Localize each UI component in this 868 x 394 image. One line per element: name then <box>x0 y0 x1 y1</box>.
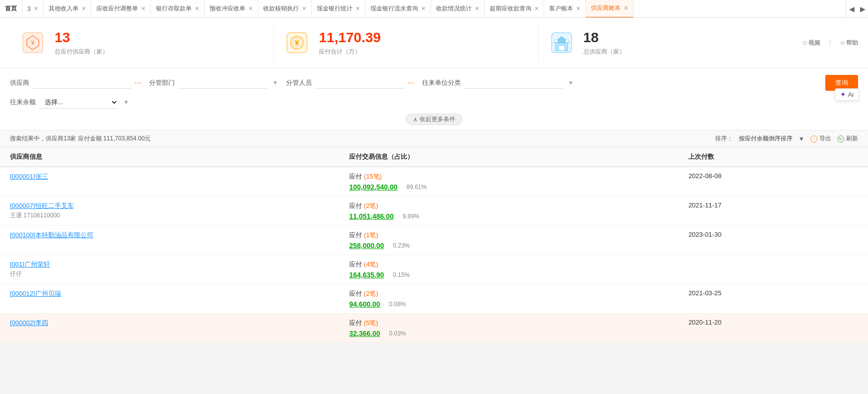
supplier-link-4[interactable]: [001]广州荣轩 <box>10 261 50 268</box>
supplier-link-5[interactable]: [000012]广州贝瑞 <box>10 290 61 297</box>
supplier-cell-1: [000001]张三 <box>10 172 349 181</box>
nav-tab-supplier-ledger[interactable]: 供应商账本 ✕ <box>586 0 634 18</box>
nav-tab-3-close[interactable]: ✕ <box>34 5 38 12</box>
card-content-suppliers-payable: 13 总应付供应商（家） <box>55 29 108 57</box>
balance-select[interactable]: 选择... <box>39 96 118 109</box>
video-link[interactable]: ⊙ 视频 <box>802 39 820 47</box>
divider: │ <box>828 39 832 46</box>
card-label-suppliers-payable: 总应付供应商（家） <box>55 48 108 56</box>
transaction-amount-6[interactable]: 32,366.00 <box>349 329 380 337</box>
supplier-link-2[interactable]: [000007]恒旺二手叉车 <box>10 202 74 209</box>
last-payment-date-6: 2020-11-20 <box>688 319 722 326</box>
ai-icon: ✦ <box>840 91 846 98</box>
results-text: 搜索结果中，供应商13家 应付金额 111,703,854.00元 <box>10 134 715 143</box>
department-dropdown-icon[interactable]: ▼ <box>272 79 278 86</box>
filter-unit-class: 往来单位分类 ▼ <box>422 77 574 89</box>
nav-tab-receipt-verify[interactable]: 收款核销执行 ✕ <box>258 0 312 18</box>
card-content-ap-total: 11,170.39 应付合计（万） <box>319 29 381 57</box>
nav-tab-3[interactable]: 3 ✕ <box>22 0 44 18</box>
unit-class-label: 往来单位分类 <box>422 78 461 87</box>
summary-card-ap-total: ¥ 11,170.39 应付合计（万） <box>274 24 538 62</box>
nav-tab-receipt-stat-close[interactable]: ✕ <box>475 5 479 12</box>
filter-supplier: 供应商 ··· <box>10 77 141 89</box>
results-actions: 排序： 按应付余额倒序排序 ▼ ↑ 导出 ↻ 刷新 <box>715 134 858 143</box>
nav-tab-cash-bank-stat-close[interactable]: ✕ <box>356 5 360 12</box>
transaction-count-1: 应付 (15笔) <box>349 172 688 181</box>
card-number-total-suppliers: 18 <box>583 29 625 46</box>
table-row: [001]广州荣轩 仔仔 应付 (4笔) 164,635.90 0.15% <box>0 255 868 284</box>
nav-tab-ar-ap-adjust-close[interactable]: ✕ <box>141 5 145 12</box>
collapse-button[interactable]: ∧ 收起更多条件 <box>406 114 463 125</box>
svg-rect-12 <box>566 40 569 43</box>
store-icon <box>547 28 577 58</box>
transaction-cell-2: 应付 (2笔) 11,051,486.00 9.89% <box>349 201 688 220</box>
filter-department: 分管部门 ▼ <box>149 77 278 89</box>
collapse-chevron-icon: ∧ <box>413 116 418 123</box>
nav-tab-bank-deposit-close[interactable]: ✕ <box>195 5 199 12</box>
nav-tab-overdue-ar-close[interactable]: ✕ <box>534 5 539 12</box>
nav-next-arrow[interactable]: ▶ <box>857 0 868 18</box>
nav-tab-cash-bank-flow[interactable]: 现金银行流水查询 ✕ <box>365 0 431 18</box>
transaction-amount-2[interactable]: 11,051,486.00 <box>349 212 394 220</box>
transaction-cell-3: 应付 (1笔) 258,000.00 0.23% <box>349 231 688 250</box>
nav-tab-other-income-close[interactable]: ✕ <box>81 5 86 12</box>
unit-class-input[interactable] <box>464 77 563 89</box>
nav-tab-cash-bank-flow-close[interactable]: ✕ <box>421 5 426 12</box>
refresh-button[interactable]: ↻ 刷新 <box>837 134 858 143</box>
last-payment-date-2: 2021-11-17 <box>688 201 722 209</box>
transaction-amount-5[interactable]: 94,600.00 <box>349 300 380 308</box>
top-navigation: 首页 3 ✕ 其他收入单 ✕ 应收应付调整单 ✕ 银行存取款单 ✕ 预收冲应收单… <box>0 0 868 18</box>
summary-card-total-suppliers: 18 总供应商（家） <box>538 24 802 62</box>
nav-tab-bank-deposit-label: 银行存取款单 <box>156 4 192 13</box>
export-icon: ↑ <box>810 135 817 142</box>
nav-tab-receipt-verify-close[interactable]: ✕ <box>302 5 306 12</box>
nav-tab-receipt-stat[interactable]: 收款情况统计 ✕ <box>431 0 485 18</box>
last-payment-date-1: 2022-08-08 <box>688 172 722 180</box>
transaction-amount-1[interactable]: 100,092,540.00 <box>349 183 397 191</box>
transaction-count-2: 应付 (2笔) <box>349 201 688 210</box>
nav-tab-home[interactable]: 首页 <box>0 0 22 18</box>
transaction-cell-4: 应付 (4笔) 164,635.90 0.15% <box>349 260 688 279</box>
refresh-icon: ↻ <box>837 135 844 142</box>
nav-tab-ar-ap-adjust-label: 应收应付调整单 <box>96 4 138 13</box>
transaction-amount-4[interactable]: 164,635.90 <box>349 271 384 279</box>
filter-section: 供应商 ··· 分管部门 ▼ 分管人员 ··· 往来单位分类 ▼ 查询 往来余额… <box>0 68 868 131</box>
help-link[interactable]: ⊙ 帮助 <box>840 39 858 47</box>
person-input[interactable] <box>315 77 404 89</box>
svg-rect-10 <box>559 46 565 51</box>
nav-prev-arrow[interactable]: ◀ <box>846 0 857 18</box>
nav-tab-supplier-ledger-label: 供应商账本 <box>591 4 621 12</box>
ai-button-label: Ai <box>848 91 854 98</box>
nav-tab-cash-bank-stat[interactable]: 现金银行统计 ✕ <box>312 0 365 18</box>
supplier-link-6[interactable]: [000002]李四 <box>10 319 48 327</box>
sort-value[interactable]: 按应付余额倒序排序 <box>739 134 793 143</box>
nav-tab-bank-deposit[interactable]: 银行存取款单 ✕ <box>151 0 205 18</box>
export-button[interactable]: ↑ 导出 <box>810 134 831 143</box>
summary-card-suppliers-payable: ¥ 13 总应付供应商（家） <box>10 24 274 62</box>
sort-arrow-icon[interactable]: ▼ <box>798 135 804 142</box>
nav-tab-supplier-ledger-close[interactable]: ✕ <box>624 5 628 11</box>
supplier-input[interactable] <box>32 77 132 89</box>
supplier-dots[interactable]: ··· <box>135 78 141 87</box>
department-input[interactable] <box>178 77 267 89</box>
nav-tab-prepay-offset[interactable]: 预收冲应收单 ✕ <box>205 0 258 18</box>
supplier-link-1[interactable]: [000001]张三 <box>10 173 48 180</box>
diamond-icon: ¥ <box>18 28 48 58</box>
person-dots[interactable]: ··· <box>407 78 414 87</box>
nav-tab-prepay-offset-label: 预收冲应收单 <box>210 4 245 13</box>
nav-tab-other-income[interactable]: 其他收入单 ✕ <box>44 0 91 18</box>
unit-class-dropdown-icon[interactable]: ▼ <box>568 79 574 86</box>
supplier-link-3[interactable]: [000100]本特勤油品有限公司 <box>10 231 93 239</box>
summary-actions: ⊙ 视频 │ ⊙ 帮助 <box>802 39 858 47</box>
transaction-count-4: 应付 (4笔) <box>349 260 688 269</box>
nav-tab-prepay-offset-close[interactable]: ✕ <box>248 5 253 12</box>
transaction-amount-3[interactable]: 258,000.00 <box>349 242 384 250</box>
nav-tab-customer-ledger-close[interactable]: ✕ <box>576 5 580 12</box>
transaction-count-3: 应付 (1笔) <box>349 231 688 240</box>
nav-tab-customer-ledger[interactable]: 客户账本 ✕ <box>544 0 586 18</box>
filter-row-2: 往来余额 选择... ▼ <box>10 96 858 109</box>
transaction-count-6: 应付 (5笔) <box>349 319 688 328</box>
nav-tab-overdue-ar[interactable]: 超期应收款查询 ✕ <box>485 0 544 18</box>
nav-tab-ar-ap-adjust[interactable]: 应收应付调整单 ✕ <box>91 0 151 18</box>
ai-button[interactable]: ✦ Ai <box>835 88 859 101</box>
